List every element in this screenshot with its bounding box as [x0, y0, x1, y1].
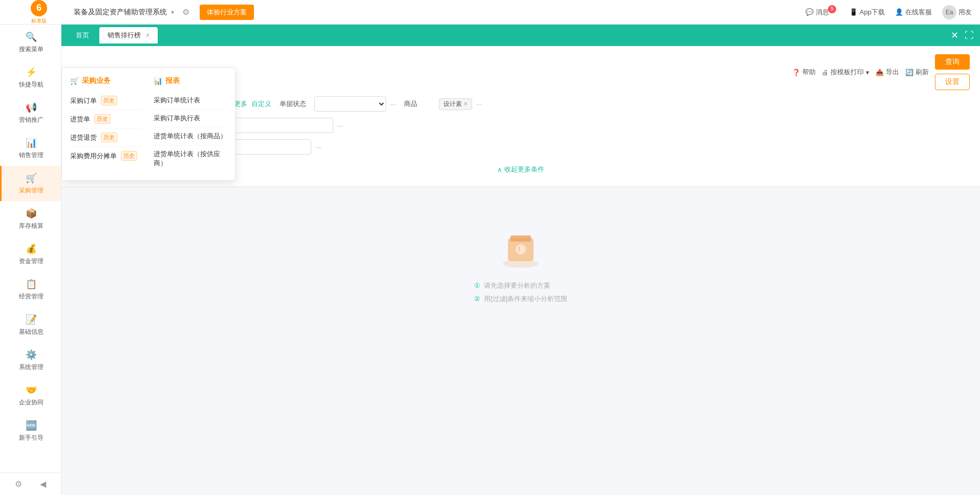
goods-tag-close[interactable]: ×: [464, 100, 467, 107]
sidebar-item-quick[interactable]: ⚡ 快捷导航: [0, 60, 61, 95]
help-button[interactable]: ❓ 帮助: [792, 68, 816, 77]
sidebar-item-label: 采购管理: [19, 186, 44, 195]
help-icon: ❓: [792, 69, 800, 76]
content-wrapper: 🛒 采购业务 采购订单 历史 进货单 历史 进货退货: [61, 46, 980, 347]
report-menu-column: 📊 报表 采购订单统计表 采购订单执行表 进货单统计表（按商品）: [154, 76, 227, 172]
app-download-button[interactable]: 📱 App下载: [849, 8, 885, 17]
sidebar-item-label: 资金管理: [19, 257, 44, 266]
tab-close-icon[interactable]: ×: [146, 32, 150, 39]
menu-item-purchase-order[interactable]: 采购订单 历史: [70, 92, 143, 110]
logo-text: 标准版: [31, 17, 47, 25]
menu-item-label: 进货单: [70, 115, 90, 124]
enterprise-icon: 🤝: [25, 384, 37, 396]
svg-text:!: !: [518, 245, 520, 253]
menu-item-label: 采购订单统计表: [154, 96, 200, 105]
search-icon: 🔍: [25, 31, 37, 43]
empty-state: ! ① 请先选择要分析的方案 ② 用[过滤]条件来缩小分析范围: [61, 187, 980, 347]
salesman-input[interactable]: [231, 118, 333, 133]
message-button[interactable]: 💬 消息 9: [805, 8, 839, 17]
settings-icon[interactable]: ⚙: [182, 7, 189, 17]
menu-item-inbound[interactable]: 进货单 历史: [70, 110, 143, 128]
quick-icon: ⚡: [25, 66, 37, 78]
set-button[interactable]: 设置: [935, 74, 970, 90]
sidebar-item-basic[interactable]: 📝 基础信息: [0, 307, 61, 342]
print-dropdown-icon[interactable]: ▾: [866, 69, 869, 76]
user-avatar: Ea: [942, 5, 956, 19]
logo-icon: 6: [31, 0, 47, 16]
logo-area: 6 标准版: [8, 0, 70, 25]
sidebar-item-marketing[interactable]: 📢 营销推广: [0, 95, 61, 131]
customer-ellipsis[interactable]: ···: [315, 143, 321, 151]
sidebar-item-inventory[interactable]: 📦 库存核算: [0, 201, 61, 236]
query-button[interactable]: 查询: [935, 54, 970, 70]
svg-rect-2: [510, 235, 531, 242]
user-menu[interactable]: Ea 用友: [942, 5, 972, 19]
collapse-icon: ∧: [497, 166, 502, 174]
footer-collapse-icon[interactable]: ◀: [40, 479, 46, 489]
tab-close-page-icon[interactable]: ✕: [951, 30, 958, 41]
title-dropdown-icon[interactable]: ▾: [171, 9, 174, 16]
export-button[interactable]: 📤 导出: [876, 68, 899, 77]
date-more[interactable]: 更多: [234, 99, 247, 109]
sidebar-item-label: 营销推广: [19, 116, 44, 124]
empty-tip-2: ② 用[过滤]条件来缩小分析范围: [474, 292, 568, 306]
sidebar: 🔍 搜索菜单 ⚡ 快捷导航 📢 营销推广 📊 销售管理 🛒 采购管理 📦 库存核…: [0, 25, 61, 495]
empty-tip-1: ① 请先选择要分析的方案: [474, 279, 568, 292]
sidebar-item-finance[interactable]: 💰 资金管理: [0, 236, 61, 272]
sidebar-item-guide[interactable]: 🆕 新手引导: [0, 413, 61, 448]
tab-sales-rank[interactable]: 销售排行榜 ×: [99, 27, 158, 44]
sidebar-item-label: 搜索菜单: [19, 45, 44, 54]
inventory-icon: 📦: [25, 207, 37, 220]
sidebar-item-label: 基础信息: [19, 328, 44, 336]
tab-bar-right: ✕ ⛶: [951, 30, 974, 41]
purchase-menu-column: 🛒 采购业务 采购订单 历史 进货单 历史 进货退货: [70, 76, 143, 172]
menu-item-return[interactable]: 进货退货 历史: [70, 128, 143, 147]
sidebar-item-operations[interactable]: 📋 经营管理: [0, 272, 61, 307]
report-menu-title-icon: 📊: [154, 77, 162, 85]
sidebar-footer: ⚙ ◀: [0, 472, 61, 495]
print-button[interactable]: 🖨 按模板打印 ▾: [822, 68, 869, 77]
history-badge: 历史: [121, 151, 137, 161]
menu-item-report-inbound-goods[interactable]: 进货单统计表（按商品）: [154, 127, 227, 145]
message-badge: 9: [828, 5, 836, 13]
salesman-ellipsis[interactable]: ···: [337, 122, 343, 130]
menu-item-expense[interactable]: 采购费用分摊单 历史: [70, 147, 143, 165]
menu-item-report-inbound-supplier[interactable]: 进货单统计表（按供应商）: [154, 145, 227, 172]
menu-item-report-order-exec[interactable]: 采购订单执行表: [154, 110, 227, 127]
doc-status-select[interactable]: [314, 96, 386, 112]
menu-item-label: 采购费用分摊单: [70, 152, 117, 161]
tab-expand-icon[interactable]: ⛶: [965, 30, 974, 41]
sidebar-item-sales[interactable]: 📊 销售管理: [0, 131, 61, 166]
sidebar-item-purchase[interactable]: 🛒 采购管理: [0, 166, 61, 201]
sidebar-item-system[interactable]: ⚙️ 系统管理: [0, 342, 61, 378]
service-icon: 👤: [895, 8, 903, 16]
trial-button[interactable]: 体验行业方案: [200, 5, 254, 20]
goods-ellipsis[interactable]: ···: [476, 100, 482, 108]
menu-item-report-order-stat[interactable]: 采购订单统计表: [154, 92, 227, 110]
service-button[interactable]: 👤 在线客服: [895, 8, 932, 17]
refresh-button[interactable]: 🔄 刷新: [905, 68, 929, 77]
purchase-menu-title-icon: 🛒: [70, 77, 79, 85]
goods-tag: 设计素 ×: [439, 98, 472, 110]
menu-item-label: 采购订单执行表: [154, 114, 200, 123]
report-menu-title: 📊 报表: [154, 76, 227, 85]
purchase-icon: 🛒: [25, 172, 37, 184]
date-custom[interactable]: 自定义: [251, 99, 271, 109]
sidebar-item-enterprise[interactable]: 🤝 企业协同: [0, 378, 61, 413]
query-set-group: 查询 设置: [935, 54, 970, 90]
dropdown-menu: 🛒 采购业务 采购订单 历史 进货单 历史 进货退货: [61, 68, 236, 181]
history-badge: 历史: [101, 133, 117, 142]
main-layout: 🔍 搜索菜单 ⚡ 快捷导航 📢 营销推广 📊 销售管理 🛒 采购管理 📦 库存核…: [0, 25, 980, 495]
tab-bar: 首页 销售排行榜 × ✕ ⛶: [61, 25, 980, 46]
operations-icon: 📋: [25, 278, 37, 290]
header-right: 💬 消息 9 📱 App下载 👤 在线客服 Ea 用友: [805, 5, 972, 19]
history-badge: 历史: [94, 114, 111, 124]
doc-status-ellipsis[interactable]: ···: [390, 100, 396, 108]
system-title-text: 装备及固定资产辅助管理系统: [74, 8, 167, 17]
empty-state-icon: !: [495, 228, 546, 269]
filter-goods: 商品 设计素 × ···: [404, 98, 482, 110]
system-icon: ⚙️: [25, 349, 37, 361]
sidebar-item-search[interactable]: 🔍 搜索菜单: [0, 25, 61, 60]
footer-settings-icon[interactable]: ⚙: [15, 479, 22, 489]
tab-home[interactable]: 首页: [68, 27, 97, 44]
